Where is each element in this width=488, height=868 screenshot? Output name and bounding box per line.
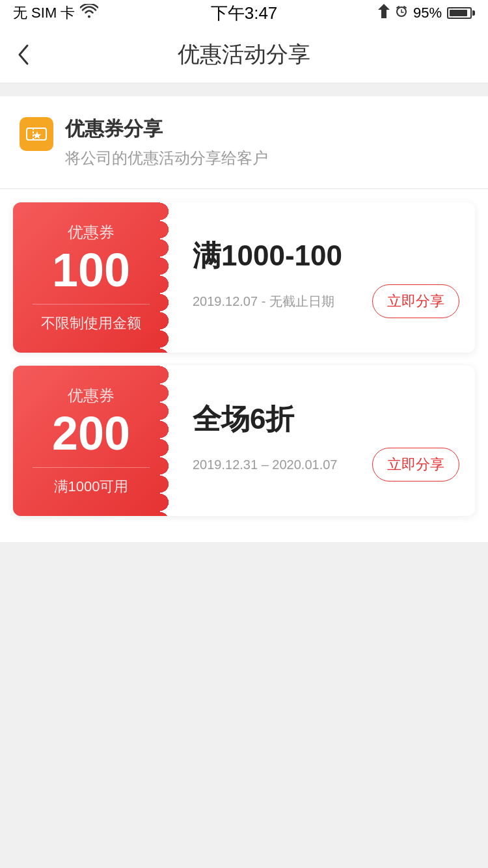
coupon-title-2: 全场6折	[193, 400, 459, 439]
svg-marker-2	[33, 131, 42, 139]
coupon-list: 优惠券 100 不限制使用金额 满1000-100 2019.12.07 - 无…	[0, 189, 488, 542]
coupon-divider-2	[33, 467, 150, 468]
location-icon	[378, 4, 390, 22]
share-button-1[interactable]: 立即分享	[372, 284, 459, 318]
coupon-left-2: 优惠券 200 满1000可用	[13, 366, 169, 516]
coupon-title-1: 满1000-100	[193, 237, 459, 275]
coupon-divider-1	[33, 304, 150, 305]
status-bar: 无 SIM 卡 下午3:47 95%	[0, 0, 488, 26]
coupon-card-2: 优惠券 200 满1000可用 全场6折 2019.12.31 – 2020.0…	[13, 366, 475, 516]
coupon-date-1: 2019.12.07 - 无截止日期	[193, 293, 364, 310]
coupon-label-2: 优惠券	[68, 385, 115, 406]
section-title: 优惠券分享	[65, 116, 268, 142]
carrier-text: 无 SIM 卡	[13, 3, 75, 23]
coupon-bottom-1: 2019.12.07 - 无截止日期 立即分享	[193, 284, 459, 318]
section-icon	[20, 117, 53, 151]
status-time: 下午3:47	[211, 2, 278, 25]
coupon-right-1: 满1000-100 2019.12.07 - 无截止日期 立即分享	[169, 202, 475, 353]
share-button-2[interactable]: 立即分享	[372, 448, 459, 481]
alarm-icon	[395, 5, 408, 21]
coupon-bottom-2: 2019.12.31 – 2020.01.07 立即分享	[193, 448, 459, 481]
status-right: 95%	[378, 4, 475, 22]
battery-icon	[447, 7, 475, 19]
empty-area	[0, 542, 488, 867]
page-title: 优惠活动分享	[178, 40, 310, 70]
nav-bar: 优惠活动分享	[0, 26, 488, 83]
coupon-left-1: 优惠券 100 不限制使用金额	[13, 202, 169, 353]
wifi-icon	[80, 4, 98, 22]
battery-percent: 95%	[413, 5, 442, 21]
coupon-label-1: 优惠券	[68, 222, 115, 243]
back-button[interactable]	[16, 42, 31, 68]
coupon-amount-2: 200	[52, 410, 130, 457]
coupon-amount-1: 100	[52, 247, 130, 293]
section-subtitle: 将公司的优惠活动分享给客户	[65, 148, 268, 169]
status-left: 无 SIM 卡	[13, 3, 98, 23]
section-header: 优惠券分享 将公司的优惠活动分享给客户	[0, 96, 488, 188]
coupon-restriction-1: 不限制使用金额	[41, 314, 141, 333]
coupon-date-2: 2019.12.31 – 2020.01.07	[193, 457, 364, 472]
coupon-restriction-2: 满1000可用	[54, 477, 129, 496]
section-text: 优惠券分享 将公司的优惠活动分享给客户	[65, 116, 268, 169]
coupon-right-2: 全场6折 2019.12.31 – 2020.01.07 立即分享	[169, 366, 475, 516]
coupon-card: 优惠券 100 不限制使用金额 满1000-100 2019.12.07 - 无…	[13, 202, 475, 353]
